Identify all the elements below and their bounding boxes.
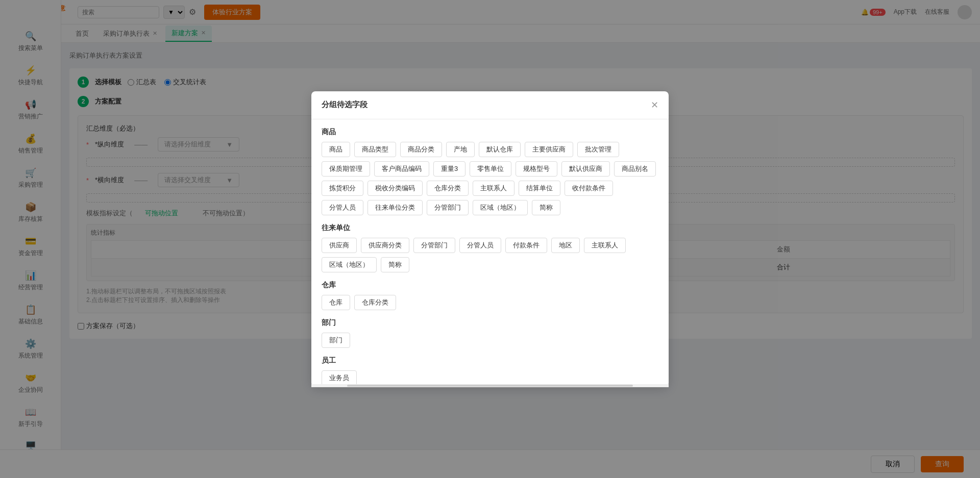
field-tags-0: 商品商品类型商品分类产地默认仓库主要供应商批次管理保质期管理客户商品编码重量3零… xyxy=(322,142,658,215)
field-tag-0-15[interactable]: 税收分类编码 xyxy=(368,181,423,196)
field-tag-0-11[interactable]: 规格型号 xyxy=(516,161,557,177)
field-tag-0-18[interactable]: 结算单位 xyxy=(519,181,560,196)
field-tags-4: 业务员 xyxy=(322,370,658,385)
field-tag-0-13[interactable]: 商品别名 xyxy=(614,161,656,177)
field-group-title-1: 往来单位 xyxy=(322,223,658,233)
modal-body: 商品商品商品类型商品分类产地默认仓库主要供应商批次管理保质期管理客户商品编码重量… xyxy=(311,119,669,385)
field-tag-0-9[interactable]: 重量3 xyxy=(433,161,465,177)
field-group-title-2: 仓库 xyxy=(322,281,658,290)
field-tag-1-2[interactable]: 分管部门 xyxy=(413,238,455,253)
field-tag-0-8[interactable]: 客户商品编码 xyxy=(374,161,429,177)
field-tag-4-0[interactable]: 业务员 xyxy=(322,370,357,385)
field-tag-0-1[interactable]: 商品类型 xyxy=(354,142,396,157)
field-tags-1: 供应商供应商分类分管部门分管人员付款条件地区主联系人区域（地区）简称 xyxy=(322,238,658,272)
field-tag-2-1[interactable]: 仓库分类 xyxy=(354,295,396,310)
field-group-title-3: 部门 xyxy=(322,318,658,328)
field-group-title-0: 商品 xyxy=(322,128,658,137)
field-tag-0-14[interactable]: 拣货积分 xyxy=(322,181,363,196)
field-tag-1-3[interactable]: 分管人员 xyxy=(459,238,501,253)
field-group-title-4: 员工 xyxy=(322,356,658,365)
field-tag-0-23[interactable]: 区域（地区） xyxy=(473,200,528,215)
field-tag-0-4[interactable]: 默认仓库 xyxy=(479,142,521,157)
field-tag-0-17[interactable]: 主联系人 xyxy=(473,181,514,196)
field-tags-3: 部门 xyxy=(322,333,658,348)
field-tag-0-7[interactable]: 保质期管理 xyxy=(322,161,370,177)
field-tag-1-1[interactable]: 供应商分类 xyxy=(361,238,409,253)
field-tag-0-24[interactable]: 简称 xyxy=(532,200,560,215)
modal-scrollbar-area xyxy=(311,384,669,387)
field-tags-2: 仓库仓库分类 xyxy=(322,295,658,310)
modal-overlay[interactable]: 分组待选字段 ✕ 商品商品商品类型商品分类产地默认仓库主要供应商批次管理保质期管… xyxy=(0,0,980,478)
field-tag-1-7[interactable]: 区域（地区） xyxy=(322,257,377,272)
field-tag-1-4[interactable]: 付款条件 xyxy=(505,238,547,253)
field-tag-0-22[interactable]: 分管部门 xyxy=(427,200,469,215)
field-tag-1-6[interactable]: 主联系人 xyxy=(584,238,626,253)
field-tag-0-10[interactable]: 零售单位 xyxy=(470,161,511,177)
modal-title: 分组待选字段 xyxy=(322,100,368,110)
field-tag-0-21[interactable]: 往来单位分类 xyxy=(368,200,423,215)
field-tag-3-0[interactable]: 部门 xyxy=(322,333,350,348)
field-tag-0-5[interactable]: 主要供应商 xyxy=(525,142,573,157)
field-tag-1-5[interactable]: 地区 xyxy=(551,238,580,253)
modal-close-button[interactable]: ✕ xyxy=(651,99,658,111)
field-tag-0-3[interactable]: 产地 xyxy=(446,142,475,157)
modal-dialog: 分组待选字段 ✕ 商品商品商品类型商品分类产地默认仓库主要供应商批次管理保质期管… xyxy=(311,91,669,387)
field-tag-2-0[interactable]: 仓库 xyxy=(322,295,350,310)
field-tag-0-16[interactable]: 仓库分类 xyxy=(427,181,469,196)
field-tag-0-2[interactable]: 商品分类 xyxy=(400,142,442,157)
field-tag-1-8[interactable]: 简称 xyxy=(381,257,409,272)
field-tag-0-20[interactable]: 分管人员 xyxy=(322,200,363,215)
field-tag-1-0[interactable]: 供应商 xyxy=(322,238,357,253)
field-tag-0-12[interactable]: 默认供应商 xyxy=(561,161,610,177)
field-tag-0-6[interactable]: 批次管理 xyxy=(577,142,619,157)
modal-header: 分组待选字段 ✕ xyxy=(311,91,669,119)
field-tag-0-0[interactable]: 商品 xyxy=(322,142,350,157)
field-tag-0-19[interactable]: 收付款条件 xyxy=(565,181,613,196)
